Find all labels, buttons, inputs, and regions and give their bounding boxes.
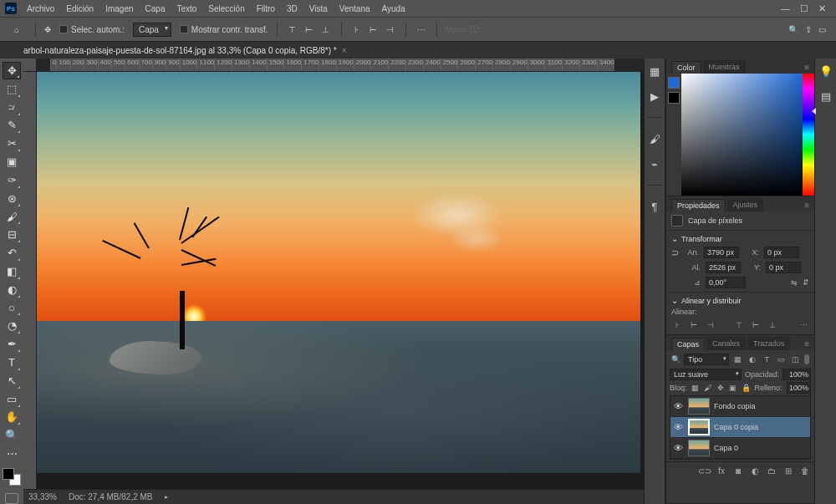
menu-select[interactable]: Selección — [203, 3, 249, 15]
layer-thumbnail[interactable] — [688, 419, 710, 435]
height-input[interactable]: 2526 px — [706, 262, 741, 273]
ruler-vertical[interactable] — [23, 72, 37, 489]
ruler-origin[interactable] — [23, 59, 37, 72]
brush-settings-panel-icon[interactable]: ⌁ — [647, 156, 662, 171]
color-swatches[interactable] — [3, 468, 21, 486]
learn-panel-icon[interactable]: 💡 — [818, 64, 833, 79]
pen-tool[interactable]: ✒ — [3, 335, 21, 353]
zoom-level[interactable]: 33,33% — [28, 492, 57, 501]
menu-view[interactable]: Vista — [304, 3, 333, 15]
lasso-tool[interactable]: ⟉ — [3, 99, 21, 116]
canvas[interactable] — [37, 72, 644, 489]
brush-tool[interactable]: 🖌 — [3, 208, 21, 226]
menu-file[interactable]: Archivo — [22, 3, 59, 15]
filter-pixel-icon[interactable]: ▦ — [732, 354, 743, 365]
filter-adjust-icon[interactable]: ◐ — [747, 354, 757, 365]
hue-slider[interactable] — [803, 74, 814, 196]
align-left-icon[interactable]: ⊦ — [671, 319, 683, 331]
lock-all-icon[interactable]: 🔒 — [742, 383, 751, 393]
document-tab[interactable]: arbol-naturaleza-paisaje-puesta-de-sol-8… — [23, 46, 337, 55]
delete-layer-icon[interactable]: 🗑 — [799, 465, 811, 476]
path-tool[interactable]: ↖ — [3, 372, 21, 389]
paragraph-panel-icon[interactable]: ¶ — [647, 199, 662, 214]
new-layer-icon[interactable]: ⊞ — [782, 465, 794, 476]
crop-tool[interactable]: ✂ — [3, 135, 21, 152]
menu-3d[interactable]: 3D — [282, 3, 303, 15]
align-bottom-icon[interactable]: ⊥ — [767, 319, 778, 331]
panel-menu-icon[interactable]: ≡ — [799, 199, 814, 211]
visibility-icon[interactable]: 👁 — [674, 443, 684, 453]
menu-edit[interactable]: Edición — [61, 3, 99, 15]
close-icon[interactable]: ✕ — [818, 3, 826, 14]
layer-name[interactable]: Fondo copia — [714, 402, 756, 410]
filter-smart-icon[interactable]: ◫ — [790, 354, 801, 365]
filter-shape-icon[interactable]: ▭ — [776, 354, 787, 365]
align-right-icon[interactable]: ⊣ — [705, 319, 716, 331]
type-tool[interactable]: T — [3, 354, 21, 371]
libraries-panel-icon[interactable]: ▤ — [818, 89, 833, 104]
history-brush-tool[interactable]: ↶ — [3, 244, 21, 262]
edit-toolbar[interactable]: ⋯ — [3, 445, 21, 462]
align-vcenter-icon[interactable]: ⊢ — [750, 319, 762, 331]
foreground-swatch[interactable] — [3, 468, 14, 480]
quick-mask-icon[interactable] — [5, 493, 18, 504]
filter-toggle[interactable] — [804, 354, 809, 364]
flip-v-icon[interactable]: ⇵ — [803, 278, 809, 287]
align-top-icon[interactable]: ⊤ — [286, 23, 299, 36]
menu-image[interactable]: Imagen — [100, 3, 138, 15]
brushes-panel-icon[interactable]: 🖌 — [647, 131, 662, 146]
filter-search-icon[interactable]: 🔍 — [671, 355, 681, 364]
search-icon[interactable]: 🔍 — [788, 25, 798, 34]
gradient-tool[interactable]: ◐ — [3, 281, 21, 298]
zoom-tool[interactable]: 🔍 — [3, 426, 21, 444]
tab-channels[interactable]: Canales — [706, 337, 746, 350]
layer-name[interactable]: Capa 0 — [714, 444, 738, 452]
visibility-icon[interactable]: 👁 — [674, 401, 684, 411]
link-layers-icon[interactable]: ⊂⊃ — [699, 465, 711, 476]
align-bottom-icon[interactable]: ⊥ — [319, 23, 333, 36]
doc-info-arrow-icon[interactable]: ▸ — [165, 493, 168, 501]
tab-properties[interactable]: Propiedades — [671, 199, 726, 211]
ruler-horizontal[interactable]: 0100200300400500600700800900100011001200… — [50, 59, 614, 72]
tab-adjustments[interactable]: Ajustes — [727, 198, 764, 211]
lock-position-icon[interactable]: ✥ — [716, 383, 725, 393]
lock-artboard-icon[interactable]: ▣ — [729, 383, 737, 393]
link-wh-icon[interactable]: ⊃ — [671, 247, 679, 258]
secondary-color-swatch[interactable] — [668, 92, 680, 104]
align-hcenter-icon[interactable]: ⊢ — [688, 319, 700, 331]
width-input[interactable]: 3790 px — [704, 247, 739, 258]
checkbox-icon[interactable] — [180, 25, 188, 33]
maximize-icon[interactable]: ☐ — [800, 3, 808, 14]
selection-tool[interactable]: ✎ — [3, 117, 21, 135]
flip-h-icon[interactable]: ⇋ — [791, 278, 798, 287]
menu-text[interactable]: Texto — [171, 3, 201, 15]
lock-paint-icon[interactable]: 🖌 — [704, 383, 712, 393]
panel-menu-icon[interactable]: ≡ — [799, 338, 814, 350]
layer-thumbnail[interactable] — [688, 398, 710, 415]
layer-thumbnail[interactable] — [688, 440, 710, 456]
layer-item[interactable]: 👁 Fondo copia — [670, 396, 810, 417]
menu-layer[interactable]: Capa — [140, 3, 171, 15]
layer-item[interactable]: 👁 Capa 0 — [670, 438, 810, 459]
healing-tool[interactable]: ⊛ — [3, 190, 21, 207]
filter-text-icon[interactable]: T — [762, 354, 772, 365]
align-header[interactable]: Alinear y distribuir — [671, 296, 809, 305]
eyedropper-tool[interactable]: ✑ — [3, 171, 21, 189]
menu-filter[interactable]: Filtro — [252, 3, 280, 15]
tab-layers[interactable]: Capas — [671, 338, 705, 350]
tab-close-icon[interactable]: × — [342, 46, 347, 55]
frame-tool[interactable]: ▣ — [3, 153, 21, 171]
doc-size[interactable]: Doc: 27,4 MB/82,2 MB — [69, 492, 153, 501]
auto-select-group[interactable]: Selec. autom.: — [59, 25, 125, 34]
align-right-icon[interactable]: ⊣ — [384, 23, 397, 36]
lock-transparency-icon[interactable]: ▦ — [691, 383, 700, 393]
fill-input[interactable]: 100% — [787, 382, 811, 394]
dodge-tool[interactable]: ◔ — [3, 317, 21, 334]
marquee-tool[interactable]: ⬚ — [3, 80, 21, 98]
blend-mode-dropdown[interactable]: Luz suave — [670, 369, 742, 380]
layer-name[interactable]: Capa 0 copia — [714, 423, 758, 431]
y-input[interactable]: 0 px — [766, 262, 801, 273]
x-input[interactable]: 0 px — [764, 247, 799, 258]
more-align-icon[interactable]: ⋯ — [415, 23, 428, 36]
layer-mask-icon[interactable]: ◙ — [732, 465, 744, 476]
